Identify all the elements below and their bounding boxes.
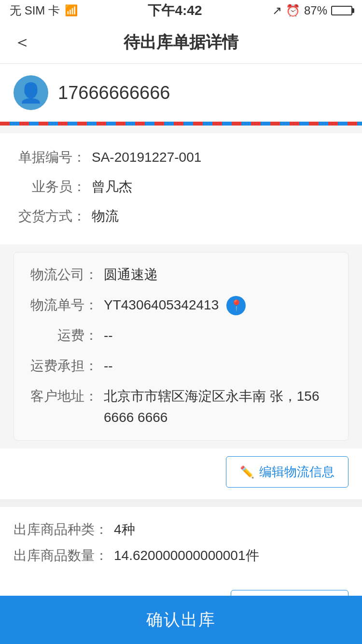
edit-logistics-label: 编辑物流信息	[259, 463, 334, 480]
status-left: 无 SIM 卡 📶	[10, 3, 78, 18]
goods-types-label: 出库商品种类：	[14, 520, 108, 539]
freight-label: 运费：	[26, 325, 98, 347]
logistics-company-value: 圆通速递	[104, 264, 336, 286]
battery-icon	[331, 6, 352, 15]
carrier-text: 无 SIM 卡	[10, 3, 60, 18]
order-no-row: 单据编号： SA-20191227-001	[14, 147, 348, 168]
edit-logistics-button[interactable]: ✏️ 编辑物流信息	[226, 456, 348, 488]
edit-logistics-container: ✏️ 编辑物流信息	[0, 448, 362, 499]
delivery-label: 交货方式：	[14, 206, 86, 227]
status-right: ↗ ⏰ 87%	[272, 4, 352, 17]
freight-value: --	[104, 325, 336, 347]
goods-quantity-row: 出库商品数量： 14.620000000000001件	[14, 546, 348, 565]
tracking-value: YT4306405342413	[104, 294, 219, 316]
page-title: 待出库单据详情	[124, 31, 238, 54]
logistics-company-label: 物流公司：	[26, 264, 98, 286]
address-label: 客户地址：	[26, 386, 98, 407]
goods-section: 出库商品种类： 4种 出库商品数量： 14.620000000000001件	[0, 507, 362, 582]
edit-icon: ✏️	[240, 465, 254, 479]
sales-person-row: 业务员： 曾凡杰	[14, 176, 348, 198]
goods-types-value: 4种	[114, 520, 135, 539]
tracking-location-icon[interactable]: 📍	[226, 296, 246, 315]
sales-person-label: 业务员：	[14, 176, 86, 198]
delivery-value: 物流	[92, 206, 348, 227]
location-status-icon: ↗	[272, 4, 282, 17]
tracking-container: YT4306405342413 📍	[98, 294, 246, 316]
alarm-icon: ⏰	[286, 4, 300, 17]
goods-types-row: 出库商品种类： 4种	[14, 520, 348, 539]
confirm-btn-container: 确认出库	[0, 596, 362, 644]
freight-row: 运费： --	[26, 325, 336, 347]
order-no-label: 单据编号：	[14, 147, 86, 168]
logistics-company-row: 物流公司： 圆通速递	[26, 264, 336, 286]
back-button[interactable]: ＜	[14, 30, 31, 54]
map-pin-icon: 📍	[230, 297, 243, 314]
customer-header: 👤 17666666666	[0, 64, 362, 122]
section-divider	[0, 499, 362, 507]
person-icon: 👤	[19, 82, 43, 104]
address-value: 北京市市辖区海淀区永丰南 张，156 6666 6666	[104, 386, 336, 429]
wifi-icon: 📶	[65, 4, 78, 17]
goods-quantity-label: 出库商品数量：	[14, 546, 108, 565]
avatar: 👤	[14, 75, 48, 110]
freight-bearer-label: 运费承担：	[26, 355, 98, 377]
dashed-divider	[0, 122, 362, 126]
logistics-card: 物流公司： 圆通速递 物流单号： YT4306405342413 📍 运费： -…	[14, 252, 348, 441]
status-time: 下午4:42	[148, 1, 202, 20]
address-row: 客户地址： 北京市市辖区海淀区永丰南 张，156 6666 6666	[26, 386, 336, 429]
battery-percent: 87%	[304, 4, 327, 17]
customer-phone: 17666666666	[58, 83, 170, 103]
order-no-value: SA-20191227-001	[92, 147, 348, 168]
delivery-row: 交货方式： 物流	[14, 206, 348, 227]
status-bar: 无 SIM 卡 📶 下午4:42 ↗ ⏰ 87%	[0, 0, 362, 21]
nav-bar: ＜ 待出库单据详情	[0, 21, 362, 64]
freight-bearer-value: --	[104, 355, 336, 377]
freight-bearer-row: 运费承担： --	[26, 355, 336, 377]
goods-quantity-value: 14.620000000000001件	[114, 546, 259, 565]
tracking-label: 物流单号：	[26, 294, 98, 316]
confirm-button[interactable]: 确认出库	[0, 596, 362, 644]
tracking-row: 物流单号： YT4306405342413 📍	[26, 294, 336, 316]
order-info-section: 单据编号： SA-20191227-001 业务员： 曾凡杰 交货方式： 物流	[0, 133, 362, 244]
sales-person-value: 曾凡杰	[92, 176, 348, 198]
